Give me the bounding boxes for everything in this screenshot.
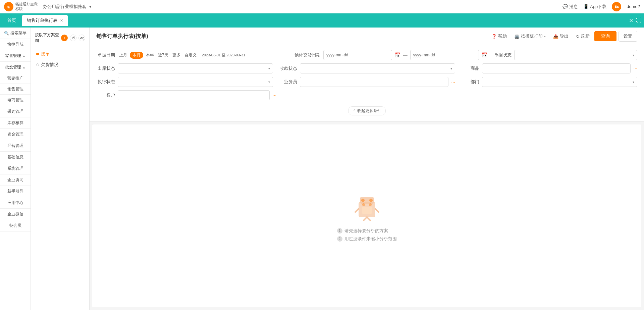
export-button[interactable]: 📤 导出	[550, 32, 571, 41]
sidebar-item-sales[interactable]: 销售管理	[0, 84, 31, 95]
template-print-button[interactable]: 🖨️ 按模板打印 ▾	[512, 32, 548, 41]
download-action[interactable]: 📱 App下载	[583, 4, 606, 10]
content-area: 按以下方案查询 + ↺ ≪ 按单 欠货情况 销售订单执行表(按单)	[31, 28, 644, 310]
logo-area: 畅 畅捷通好生意 标版	[4, 2, 38, 11]
main-panel: 销售订单执行表(按单) ❓ 帮助 🖨️ 按模板打印 ▾ 📤 导出	[90, 28, 644, 310]
exec-status-select[interactable]: ▾	[118, 77, 273, 87]
breadcrumb-dropdown[interactable]: ▾	[89, 4, 91, 9]
logo-icon: 畅	[4, 2, 13, 11]
scheme-separator	[34, 47, 87, 47]
svg-line-10	[375, 209, 379, 212]
empty-tip-2: 2 用过滤条件来缩小分析范围	[337, 236, 397, 242]
main-layout: 🔍 搜索菜单 快捷导航 零售管理 ▲ 批发管理 ▲ 营销推广 销售管理 电商管理…	[0, 28, 644, 310]
date-tab-this-year[interactable]: 本年	[145, 52, 155, 59]
tab-sales-order[interactable]: 销售订单执行表 ✕	[22, 15, 68, 26]
filter-order-status-group: 单据状态 ▾	[493, 50, 637, 60]
scheme-item-by-order[interactable]: 按单	[31, 49, 89, 59]
page-title: 销售订单执行表(按单)	[96, 33, 148, 40]
date-tab-last-month[interactable]: 上月	[118, 52, 128, 59]
sidebar-item-basic[interactable]: 基础信息	[0, 152, 31, 163]
empty-text: 1 请先选择要分析的方案 2 用过滤条件来缩小分析范围	[337, 228, 397, 242]
delivery-dropdown-icon: ▾	[268, 67, 270, 70]
sidebar-item-system[interactable]: 系统管理	[0, 163, 31, 174]
product-input[interactable]	[482, 63, 631, 73]
date-tab-this-month[interactable]: 本月	[130, 52, 143, 59]
svg-point-12	[369, 203, 372, 206]
expected-date-end-input[interactable]	[410, 50, 479, 60]
help-button[interactable]: ❓ 帮助	[489, 32, 509, 41]
sidebar-item-wholesale[interactable]: 批发管理 ▲	[0, 62, 31, 73]
sidebar-item-finance[interactable]: 资金管理	[0, 129, 31, 140]
filter-salesperson-group: 业务员 ···	[278, 77, 455, 87]
calendar-start-icon[interactable]: 📅	[395, 52, 400, 58]
sidebar-item-member[interactable]: 畅会员	[0, 220, 31, 231]
tab-bar: 首页 销售订单执行表 ✕ ✕ ⛶	[0, 13, 644, 28]
sidebar-item-apps[interactable]: 应用中心	[0, 197, 31, 209]
order-status-select[interactable]: ▾	[514, 50, 637, 60]
page-actions: ❓ 帮助 🖨️ 按模板打印 ▾ 📤 导出 ↻ 刷新	[489, 31, 637, 42]
delivery-status-select[interactable]: ▾	[118, 63, 273, 73]
sidebar-item-inventory[interactable]: 库存核算	[0, 117, 31, 129]
message-action[interactable]: 💬 消息	[562, 4, 578, 10]
salesperson-input[interactable]	[300, 77, 448, 87]
search-label: 搜索菜单	[10, 30, 26, 36]
add-scheme-button[interactable]: +	[61, 35, 68, 41]
tip-number-1: 1	[337, 228, 342, 234]
date-tab-custom[interactable]: 自定义	[183, 52, 198, 59]
date-range-display: 2023-03-01 至 2023-03-31	[202, 53, 246, 58]
scheme-item-by-debt[interactable]: 欠货情况	[31, 59, 89, 70]
refresh-button[interactable]: ↻ 刷新	[573, 32, 592, 41]
svg-point-11	[362, 203, 365, 206]
svg-line-7	[364, 217, 367, 220]
sidebar-item-quick-nav[interactable]: 快捷导航	[0, 39, 31, 50]
query-button[interactable]: 查询	[594, 31, 616, 41]
customer-more-icon[interactable]: ···	[272, 93, 276, 98]
filter-row-2: 出库状态 ▾ 收款状态 ▾ 商品	[96, 63, 637, 73]
wholesale-arrow: ▲	[22, 65, 26, 69]
customer-input[interactable]	[118, 90, 270, 100]
svg-point-4	[361, 199, 365, 202]
collapse-filter-area: ⌃ 收起更多条件	[96, 104, 637, 117]
sidebar-item-purchase[interactable]: 采购管理	[0, 106, 31, 117]
tab-expand-icon[interactable]: ⛶	[636, 17, 641, 23]
collapse-filter-button[interactable]: ⌃ 收起更多条件	[348, 106, 386, 115]
avatar[interactable]: Ea	[612, 2, 621, 11]
sidebar-item-guide[interactable]: 新手引导	[0, 186, 31, 197]
filter-row-3: 执行状态 ▾ 业务员 ··· 部门	[96, 77, 637, 87]
help-icon: ❓	[491, 34, 497, 39]
expected-date-start-input[interactable]	[323, 50, 392, 60]
salesperson-label: 业务员	[278, 79, 297, 85]
calendar-end-icon[interactable]: 📅	[482, 52, 487, 58]
refresh-icon: ↻	[576, 34, 580, 39]
download-icon: 📱	[583, 4, 589, 9]
order-status-label: 单据状态	[493, 52, 512, 58]
salesperson-more-icon[interactable]: ···	[451, 79, 455, 85]
tab-close-icon[interactable]: ✕	[60, 18, 63, 23]
payment-dropdown-icon: ▾	[450, 67, 452, 70]
sidebar-item-retail[interactable]: 零售管理 ▲	[0, 50, 31, 62]
dept-select[interactable]: ▾	[482, 77, 637, 87]
sidebar-item-operation[interactable]: 经营管理	[0, 140, 31, 152]
settings-button[interactable]: 设置	[619, 31, 637, 42]
product-more-icon[interactable]: ···	[633, 66, 637, 71]
top-header-left: 畅 畅捷通好生意 标版 办公用品行业模拟账套 ▾	[4, 2, 91, 11]
export-icon: 📤	[553, 34, 558, 39]
collapse-panel-button[interactable]: ≪	[78, 35, 85, 41]
filter-customer-group: 客户 ···	[96, 90, 276, 100]
svg-line-8	[367, 217, 370, 220]
tab-home[interactable]: 首页	[3, 15, 21, 26]
scheme-item-by-debt-label: 欠货情况	[41, 62, 58, 68]
sidebar-item-ecommerce[interactable]: 电商管理	[0, 95, 31, 106]
filter-date-group: 单据日期 上月 本月 本年 近7天 更多 自定义 2023-03-01 至 20…	[96, 52, 289, 59]
sidebar-item-wechat[interactable]: 企业微信	[0, 209, 31, 220]
date-tab-more[interactable]: 更多	[171, 52, 182, 59]
sidebar-item-marketing[interactable]: 营销推广	[0, 73, 31, 84]
refresh-scheme-button[interactable]: ↺	[70, 35, 76, 41]
sidebar-search[interactable]: 🔍 搜索菜单	[0, 28, 31, 39]
payment-status-select[interactable]: ▾	[300, 63, 455, 73]
date-tab-7days[interactable]: 近7天	[157, 52, 170, 59]
tab-close-window-icon[interactable]: ✕	[629, 17, 633, 24]
filter-dept-group: 部门 ▾	[461, 77, 637, 87]
sidebar-item-enterprise[interactable]: 企业协同	[0, 174, 31, 186]
dept-label: 部门	[461, 79, 479, 85]
